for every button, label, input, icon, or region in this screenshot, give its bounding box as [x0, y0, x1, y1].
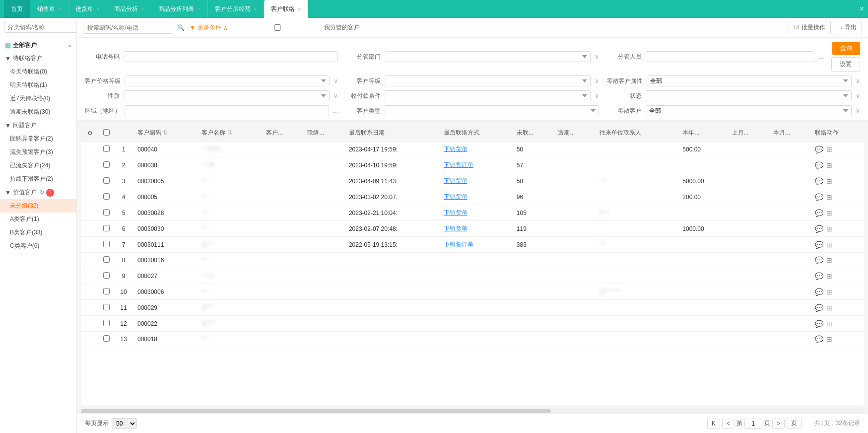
search-btn[interactable]: 查询 — [832, 42, 860, 55]
tab-sales[interactable]: 销售单 × — [30, 0, 68, 18]
my-customers-checkbox-area[interactable]: 我分管的客户 — [233, 23, 360, 32]
score-group-header[interactable]: ▼ 价值客户 ↻ ! — [0, 186, 76, 199]
customer-type-select[interactable] — [385, 105, 599, 116]
region-input[interactable] — [125, 105, 329, 116]
batch-ops-btn[interactable]: ☑ 批量操作 — [789, 21, 830, 34]
action-chat-icon[interactable]: 💬 — [815, 304, 823, 312]
col-this-year-header[interactable]: 本年... — [678, 125, 728, 142]
action-chat-icon[interactable]: 💬 — [815, 209, 823, 217]
tab-goods-analysis-list-close[interactable]: × — [197, 6, 200, 12]
retail-customer-select[interactable]: 全部 — [646, 105, 852, 116]
action-grid-icon[interactable]: ⊞ — [826, 256, 832, 264]
status-select[interactable] — [646, 90, 852, 101]
row-last-contact-method[interactable]: 下销货单 — [440, 205, 513, 221]
next-page-btn[interactable]: > — [772, 419, 785, 429]
pending-group-header[interactable]: ▼ 待联络客户 — [0, 52, 76, 65]
search-input[interactable] — [83, 22, 172, 34]
sidebar-item-class-b[interactable]: B类客户(33) — [0, 226, 76, 239]
problem-group-header[interactable]: ▼ 问题客户 — [0, 119, 76, 132]
row-check[interactable] — [99, 205, 114, 221]
row-last-contact-method[interactable] — [440, 316, 513, 332]
per-page-select[interactable]: 50100 — [112, 418, 137, 429]
action-grid-icon[interactable]: ⊞ — [826, 209, 832, 217]
phone-input[interactable] — [124, 51, 338, 62]
col-contact-header[interactable]: 联络... — [303, 125, 345, 142]
sidebar-item-class-c[interactable]: C类客户(6) — [0, 239, 76, 253]
customer-level-select[interactable] — [385, 75, 591, 86]
row-last-contact-method[interactable]: 下销售订单 — [440, 237, 513, 253]
sidebar-collapse-btn[interactable]: « — [68, 42, 71, 49]
action-grid-icon[interactable]: ⊞ — [826, 161, 832, 169]
col-not-contacted-header[interactable]: 未联... — [513, 125, 554, 142]
nature-select[interactable] — [124, 90, 330, 101]
row-check[interactable] — [99, 189, 114, 205]
row-last-contact-method[interactable] — [440, 268, 513, 284]
tab-goods-analysis[interactable]: 商品分析 × — [107, 0, 151, 18]
row-last-contact-method[interactable] — [440, 284, 513, 300]
row-last-contact-method[interactable]: 下销货单 — [440, 189, 513, 205]
row-check[interactable] — [99, 284, 114, 300]
col-type-header[interactable]: 客户... — [262, 125, 304, 142]
row-last-contact-method[interactable] — [440, 300, 513, 316]
action-grid-icon[interactable]: ⊞ — [826, 145, 832, 153]
col-last-month-header[interactable]: 上月... — [728, 125, 770, 142]
export-btn[interactable]: ↓ 导出 — [835, 21, 862, 34]
more-conditions-btn[interactable]: ▼ 更多条件 ∧ — [190, 23, 228, 32]
page-input[interactable] — [744, 419, 762, 429]
row-check[interactable] — [99, 300, 114, 316]
action-chat-icon[interactable]: 💬 — [815, 177, 823, 185]
sidebar-item-warning[interactable]: 流失预警客户(3) — [0, 145, 76, 159]
sidebar-item-overdue[interactable]: 逾期未联络(30) — [0, 105, 76, 119]
col-name-header[interactable]: 客户名称 ⇅ — [198, 125, 262, 142]
action-grid-icon[interactable]: ⊞ — [826, 320, 832, 328]
col-overdue-header[interactable]: 逾期... — [554, 125, 596, 142]
close-all-tabs[interactable]: × — [860, 4, 864, 13]
tab-purchase[interactable]: 进货单 × — [68, 0, 107, 18]
sidebar-item-lost[interactable]: 已流失客户(24) — [0, 159, 76, 172]
tab-goods-analysis-close[interactable]: × — [141, 6, 144, 12]
row-last-contact-method[interactable] — [440, 253, 513, 268]
staff-ellipsis[interactable]: ... — [818, 53, 823, 60]
row-last-contact-method[interactable] — [440, 332, 513, 347]
row-last-contact-method[interactable]: 下销货单 — [440, 173, 513, 189]
action-grid-icon[interactable]: ⊞ — [826, 241, 832, 249]
first-page-btn[interactable]: K — [707, 419, 720, 429]
row-check[interactable] — [99, 253, 114, 268]
action-chat-icon[interactable]: 💬 — [815, 272, 823, 280]
sidebar-item-today[interactable]: 今天待联络(0) — [0, 65, 76, 78]
row-check[interactable] — [99, 142, 114, 157]
col-check-header[interactable] — [99, 125, 114, 142]
my-customers-checkbox[interactable] — [233, 24, 322, 31]
action-chat-icon[interactable]: 💬 — [815, 145, 823, 153]
sidebar-item-7days[interactable]: 近7天待联络(0) — [0, 92, 76, 105]
row-last-contact-method[interactable]: 下销售订单 — [440, 157, 513, 173]
tab-customer-tier[interactable]: 客户分层经营 × — [208, 0, 264, 18]
score-refresh-icon[interactable]: ↻ — [40, 189, 44, 196]
action-chat-icon[interactable]: 💬 — [815, 161, 823, 169]
last-page-btn[interactable]: 页 — [787, 418, 801, 429]
action-grid-icon[interactable]: ⊞ — [826, 193, 832, 201]
sidebar-item-tomorrow[interactable]: 明天待联络(1) — [0, 78, 76, 92]
payment-select[interactable] — [385, 90, 591, 101]
action-chat-icon[interactable]: 💬 — [815, 335, 823, 343]
col-this-month-header[interactable]: 本月... — [769, 125, 811, 142]
prev-page-btn[interactable]: < — [722, 419, 734, 429]
tab-customer-contact-close[interactable]: × — [298, 6, 301, 12]
action-chat-icon[interactable]: 💬 — [815, 288, 823, 296]
row-check[interactable] — [99, 268, 114, 284]
row-check[interactable] — [99, 173, 114, 189]
col-last-contact-method-header[interactable]: 最后联络方式 — [440, 125, 513, 142]
action-chat-icon[interactable]: 💬 — [815, 225, 823, 233]
row-last-contact-method[interactable]: 下销货单 — [440, 221, 513, 237]
reset-btn[interactable]: 设置 — [831, 57, 860, 72]
tab-purchase-close[interactable]: × — [96, 6, 99, 12]
col-last-contact-date-header[interactable]: 最后联系日期 — [345, 125, 440, 142]
sidebar-item-class-a[interactable]: A类客户(1) — [0, 213, 76, 226]
retail-attr-select[interactable]: 全部 — [647, 75, 852, 86]
region-ellipsis[interactable]: ... — [333, 107, 338, 114]
tab-customer-tier-close[interactable]: × — [254, 6, 257, 12]
sidebar-search-input[interactable] — [4, 22, 77, 33]
action-grid-icon[interactable]: ⊞ — [826, 304, 832, 312]
tab-sales-close[interactable]: × — [58, 6, 61, 12]
row-check[interactable] — [99, 332, 114, 347]
